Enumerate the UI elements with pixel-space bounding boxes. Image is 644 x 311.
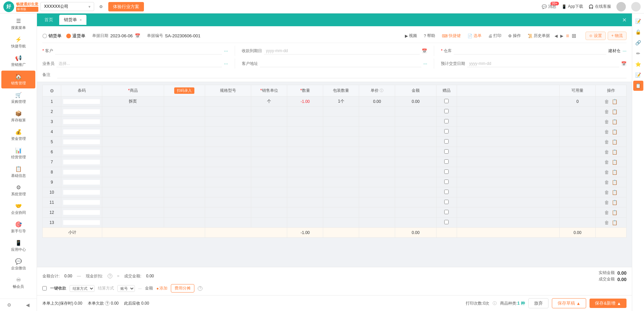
row-barcode[interactable] [61,167,102,177]
salesperson-dots-btn[interactable]: ··· [224,61,228,66]
radio-sales[interactable]: 销货单 [42,33,62,39]
row-product[interactable] [102,187,164,197]
expected-delivery-input[interactable] [467,60,619,67]
row-barcode[interactable] [61,107,102,117]
row-copy-icon[interactable]: 📋 [612,109,617,114]
row-pack[interactable] [323,197,359,207]
row-gift[interactable] [436,197,457,207]
row-copy-icon[interactable]: 📋 [612,200,617,205]
row-qty[interactable] [287,197,323,207]
row-copy-icon[interactable]: 📋 [612,210,617,215]
row-pack[interactable] [323,157,359,167]
row-barcode[interactable] [61,117,102,127]
row-qty[interactable] [287,147,323,157]
row-pack[interactable] [323,207,359,218]
row-copy-icon[interactable]: 📋 [612,149,617,155]
tab-home[interactable]: 首页 [40,15,58,25]
row-gift[interactable] [436,207,457,218]
row-unit[interactable] [251,187,287,197]
row-product[interactable] [102,197,164,207]
save-new-button[interactable]: 保存&新增 ▲ [590,299,627,308]
row-gift[interactable] [436,117,457,127]
nav-next-icon[interactable]: ▶ [560,34,563,38]
row-spec[interactable] [205,218,251,228]
address-dots-btn[interactable]: ··· [423,61,427,66]
company-selector[interactable]: XXXXXX公司 ▾ [40,2,94,11]
row-delete-icon[interactable]: 🗑 [604,99,609,104]
row-product[interactable] [102,107,164,117]
row-gift[interactable] [436,187,457,197]
template-btn[interactable]: 📄 选单 [465,32,484,39]
sidebar-item-system[interactable]: ⚙ 系统管理 [1,182,35,199]
customer-address-input[interactable] [260,60,421,67]
row-pack[interactable] [323,147,359,157]
row-copy-icon[interactable]: 📋 [612,99,617,104]
row-qty[interactable] [287,157,323,167]
form-settings-btn[interactable]: ⊙ 设置 [585,32,605,40]
row-price[interactable] [359,127,395,137]
row-price[interactable] [359,137,395,147]
sidebar-collapse-btn[interactable]: ◀ [25,301,31,309]
row-qty[interactable] [287,107,323,117]
online-service-btn[interactable]: 🎧 在线客服 [589,4,611,9]
row-amount[interactable]: 0.00 [395,96,436,107]
operations-btn[interactable]: ⚙ 操作 [506,32,523,39]
help-btn[interactable]: ? 帮助 [422,32,437,39]
row-price[interactable] [359,218,395,228]
discard-button[interactable]: 放弃 [528,298,548,308]
row-copy-icon[interactable]: 📋 [612,169,617,175]
sidebar-settings-btn[interactable]: ⚙ [6,301,13,309]
row-delete-icon[interactable]: 🗑 [604,119,609,124]
row-qty[interactable] [287,218,323,228]
row-product[interactable] [102,167,164,177]
warehouse-input[interactable] [454,47,606,54]
salesperson-input[interactable] [56,60,222,67]
row-delete-icon[interactable]: 🗑 [604,149,609,155]
add-payment-btn[interactable]: ● 添加 [156,285,167,291]
row-delete-icon[interactable]: 🗑 [604,109,609,114]
row-amount[interactable] [395,127,436,137]
row-amount[interactable] [395,207,436,218]
row-price[interactable] [359,117,395,127]
row-spec[interactable] [205,147,251,157]
row-qty[interactable] [287,117,323,127]
row-pack[interactable] [323,117,359,127]
row-delete-icon[interactable]: 🗑 [604,210,609,215]
row-barcode[interactable] [61,207,102,218]
sidebar-item-purchase[interactable]: 🛒 采购管理 [1,89,35,107]
row-spec[interactable] [205,197,251,207]
row-barcode[interactable] [61,137,102,147]
row-copy-icon[interactable]: 📋 [612,139,617,145]
row-qty[interactable] [287,207,323,218]
row-price[interactable] [359,187,395,197]
row-unit[interactable] [251,137,287,147]
row-unit[interactable] [251,107,287,117]
row-gift[interactable] [436,107,457,117]
row-price[interactable] [359,177,395,187]
row-qty[interactable] [287,167,323,177]
save-draft-button[interactable]: 保存草稿 ▲ [552,298,586,308]
expense-help-icon[interactable]: ? [198,286,202,291]
row-delete-icon[interactable]: 🗑 [604,200,609,205]
tab-close-icon[interactable]: × [80,18,82,22]
row-spec[interactable] [205,127,251,137]
shortcut-btn[interactable]: ⌨ 快捷键 [440,32,463,39]
sidebar-item-guide[interactable]: 🎯 新手引导 [1,219,35,236]
row-unit[interactable] [251,117,287,127]
sidebar-item-basic[interactable]: 📋 基础信息 [1,163,35,181]
row-copy-icon[interactable]: 📋 [612,190,617,195]
row-spec[interactable] [205,177,251,187]
right-panel-lock-btn[interactable]: 🔒 [633,27,643,37]
row-qty[interactable] [287,187,323,197]
cash-discount-help-icon[interactable]: ? [108,274,112,278]
row-product[interactable] [102,177,164,187]
row-price[interactable] [359,157,395,167]
row-delete-icon[interactable]: 🗑 [604,169,609,175]
row-qty[interactable]: -1.00 [287,96,323,107]
row-unit[interactable] [251,207,287,218]
customer-dots-btn[interactable]: ··· [224,48,228,53]
row-copy-icon[interactable]: 📋 [612,119,617,124]
row-amount[interactable] [395,147,436,157]
row-spec[interactable] [205,187,251,197]
sidebar-item-finance[interactable]: 💰 资金管理 [1,126,35,144]
